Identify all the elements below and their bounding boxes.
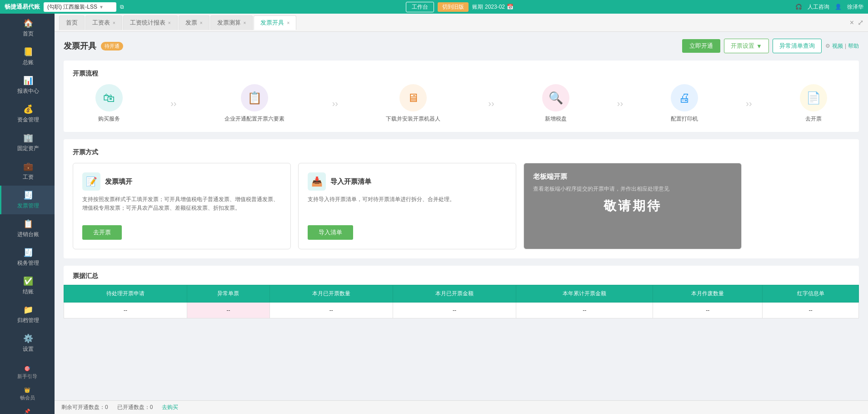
sidebar-label: 设置: [23, 345, 34, 353]
remaining-value: 0: [105, 404, 108, 410]
method-cards: 📝 发票填开 支持按照发票样式手工填开发票；可开具增值税电子普通发票、增值税普通…: [73, 163, 850, 249]
tax-icon: 🧾: [23, 247, 33, 257]
sidebar-label: 首页: [23, 30, 34, 38]
tab-home[interactable]: 首页: [59, 15, 85, 30]
sidebar: 🏠首页📒总账📊报表中心💰资金管理🏢固定资产💼工资🧾发票管理📋进销台账🧾税务管理✅…: [0, 14, 55, 414]
tab-invoice-calc[interactable]: 发票测算×: [210, 15, 253, 30]
close-window-icon[interactable]: ×: [850, 19, 854, 27]
opened-value: 0: [150, 404, 153, 410]
method-card-button-import-list[interactable]: 导入清单: [308, 225, 353, 240]
method-card-old-boss: 老板端开票 查看老板端小程序提交的开票申请，并作出相应处理意见 敬请期待: [524, 163, 742, 249]
opened-label: 已开通数盘：: [117, 404, 150, 410]
copy-icon[interactable]: ⧉: [120, 4, 124, 10]
salary-icon: 💼: [23, 162, 33, 172]
assets-icon: 🏢: [23, 133, 33, 143]
tab-salary-report[interactable]: 工资统计报表×: [123, 15, 178, 30]
sidebar-item-tax[interactable]: 🧾税务管理: [0, 243, 55, 272]
pin-icon: 📌: [24, 409, 30, 414]
tab-label: 发票开具: [260, 19, 284, 27]
method-card-icon: 📥: [308, 172, 326, 191]
settings-icon: ⚙️: [23, 333, 33, 343]
opened-quota-text: 已开通数盘：0: [117, 404, 153, 411]
flow-arrow-icon: ››: [743, 98, 754, 109]
method-card-button-manual-fill[interactable]: 去开票: [82, 225, 122, 240]
workbench-button[interactable]: 工作台: [406, 2, 434, 12]
sidebar-label: 工资: [23, 173, 34, 181]
tab-close-icon[interactable]: ×: [200, 20, 203, 25]
headset-icon: 🎧: [795, 4, 802, 10]
chevron-down-icon: ▼: [99, 5, 104, 10]
chevron-down-icon: ▼: [756, 43, 762, 50]
tab-salary[interactable]: 工资表×: [85, 15, 122, 30]
flow-arrow-icon: ››: [615, 98, 625, 109]
sidebar-item-archive[interactable]: 📁归档管理: [0, 300, 55, 329]
summary-cell-5: --: [653, 303, 763, 318]
customer-service-label[interactable]: 人工咨询: [808, 3, 829, 11]
sidebar-item-assets[interactable]: 🏢固定资产: [0, 128, 55, 157]
flow-step-config-printer[interactable]: 🖨 配置打印机: [671, 84, 698, 123]
summary-title: 票据汇总: [64, 266, 859, 285]
tab-label: 首页: [66, 19, 78, 27]
add-taxbox-icon: 🔍: [542, 84, 569, 111]
flow-arrow-icon: ››: [168, 98, 179, 109]
ledger-icon: 📒: [23, 47, 33, 57]
view-label[interactable]: 视频: [832, 42, 843, 50]
tab-label: 工资统计报表: [130, 19, 165, 27]
restore-window-icon[interactable]: ⤢: [858, 18, 863, 27]
method-card-title: 导入开票清单: [330, 177, 371, 186]
summary-col-5: 本月作废数量: [653, 285, 763, 303]
old-version-button[interactable]: 切到旧版: [438, 2, 469, 12]
period-value: 2023-02: [485, 4, 505, 10]
sidebar-item-settings[interactable]: ⚙️设置: [0, 329, 55, 358]
tab-close-icon[interactable]: ×: [168, 20, 171, 25]
sidebar-item-newbie[interactable]: 🎯新手引导: [0, 362, 55, 384]
pin-toggle[interactable]: 📌 取消固定: [0, 405, 55, 414]
sidebar-item-salary[interactable]: 💼工资: [0, 157, 55, 186]
sidebar-item-settlement[interactable]: ✅结账: [0, 272, 55, 300]
company-selector[interactable]: (勾职) 江西服装-LSS ▼: [44, 2, 116, 12]
sidebar-label: 归档管理: [17, 317, 39, 324]
sidebar-item-member[interactable]: 👑畅会员: [0, 384, 55, 405]
summary-cell-1: --: [187, 303, 270, 318]
summary-col-4: 本年累计开票金额: [516, 285, 653, 303]
tab-bar: 首页工资表×工资统计报表×发票×发票测算×发票开具× × ⤢: [55, 14, 868, 32]
help-label[interactable]: 帮助: [848, 42, 859, 50]
bottom-bar: 剩余可开通数盘：0 已开通数盘：0 去购买: [55, 400, 868, 414]
flow-step-label: 购买服务: [98, 115, 120, 123]
sidebar-item-ledger[interactable]: 📒总账: [0, 42, 55, 71]
sidebar-item-reports[interactable]: 📊报表中心: [0, 71, 55, 100]
settings-label: 开票设置: [731, 42, 754, 50]
calendar-icon: 📅: [507, 4, 514, 10]
buy-service-icon: 🛍: [95, 84, 123, 111]
tab-close-icon[interactable]: ×: [113, 20, 115, 25]
flow-section: 开票流程 🛍 购买服务 ›› 📋 企业开通配置开票六要素 ›› 🖥 下载并安装开…: [64, 61, 859, 132]
sidebar-item-home[interactable]: 🏠首页: [0, 14, 55, 42]
sidebar-item-invoice-mgr[interactable]: 🧾发票管理: [0, 186, 55, 214]
flow-step-enterprise-setup[interactable]: 📋 企业开通配置开票六要素: [224, 84, 284, 123]
sidebar-label: 税务管理: [17, 259, 39, 267]
sidebar-label: 总账: [23, 59, 34, 66]
funds-icon: 💰: [23, 104, 33, 114]
flow-step-label: 去开票: [805, 115, 822, 123]
sidebar-item-purchase[interactable]: 📋进销台账: [0, 214, 55, 243]
flow-step-issue-invoice[interactable]: 📄 去开票: [800, 84, 827, 123]
tab-close-icon[interactable]: ×: [287, 20, 289, 25]
tab-invoice-issue[interactable]: 发票开具×: [254, 15, 296, 30]
tab-invoice[interactable]: 发票×: [179, 15, 210, 30]
open-now-button[interactable]: 立即开通: [682, 39, 720, 53]
open-settings-button[interactable]: 开票设置 ▼: [724, 39, 769, 53]
top-bar: 畅捷通易代账 (勾职) 江西服装-LSS ▼ ⧉ 工作台 切到旧版 账期 202…: [0, 0, 868, 14]
abnormal-query-button[interactable]: 异常清单查询: [773, 39, 822, 53]
flow-step-buy-service[interactable]: 🛍 购买服务: [95, 84, 123, 123]
buy-link[interactable]: 去购买: [162, 404, 178, 411]
flow-step-download-robot[interactable]: 🖥 下载并安装开票机器人: [386, 84, 440, 123]
flow-step-add-taxbox[interactable]: 🔍 新增税盘: [542, 84, 569, 123]
page-header-actions: 立即开通 开票设置 ▼ 异常清单查询 ⚙ 视频 | 帮助: [682, 39, 859, 53]
sidebar-item-funds[interactable]: 💰资金管理: [0, 100, 55, 128]
top-bar-left: 畅捷通易代账 (勾职) 江西服装-LSS ▼ ⧉: [5, 2, 124, 12]
invoice-mgr-icon: 🧾: [23, 190, 33, 200]
tab-close-icon[interactable]: ×: [244, 20, 246, 25]
settlement-icon: ✅: [23, 276, 33, 286]
period-selector[interactable]: 账期 2023-02 📅: [472, 3, 514, 11]
summary-table: 待处理开票申请异常单票本月已开票数量本月已开票金额本年累计开票金额本月作废数量红…: [64, 285, 859, 318]
